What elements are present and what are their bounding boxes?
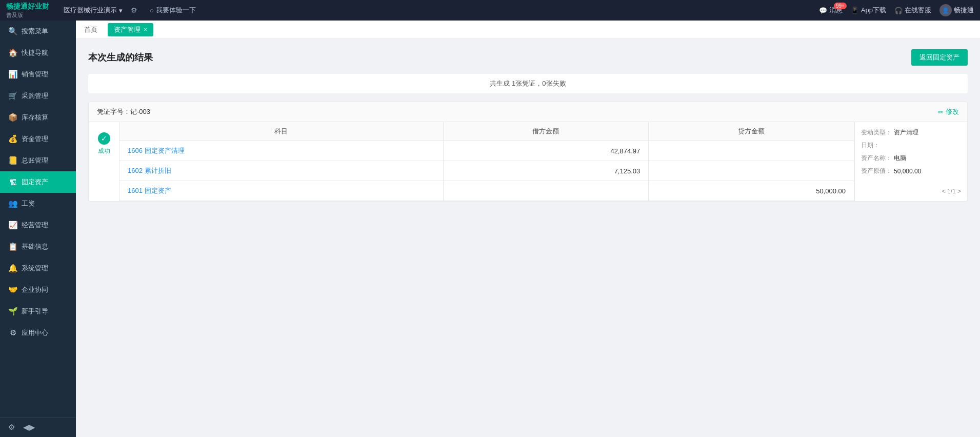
online-service-button[interactable]: 🎧 在线客服 [894, 6, 931, 15]
credit-cell-2 [649, 161, 854, 181]
sidebar: 🔍 搜索菜单 🏠 快捷导航 📊 销售管理 🛒 采购管理 📦 库存核算 💰 资金管… [0, 21, 76, 437]
change-type-row: 变动类型： 资产清理 [861, 128, 961, 137]
sidebar-item-label: 库存核算 [22, 113, 48, 122]
dropdown-icon: ▾ [119, 7, 123, 14]
sidebar-item-fixed-assets[interactable]: 🏗 固定资产 [0, 171, 76, 193]
search-icon: 🔍 [8, 27, 17, 36]
sidebar-item-payroll[interactable]: 👥 工资 [0, 193, 76, 214]
sidebar-item-quick-nav[interactable]: 🏠 快捷导航 [0, 42, 76, 64]
asset-name-row: 资产名称： 电脑 [861, 154, 961, 163]
sidebar-item-label: 系统管理 [22, 264, 48, 273]
sidebar-item-guide[interactable]: 🌱 新手引导 [0, 301, 76, 322]
sidebar-item-finance[interactable]: 💰 资金管理 [0, 128, 76, 150]
book-icon: 📒 [8, 156, 17, 165]
success-circle-icon: ✓ [98, 132, 110, 145]
sidebar-item-app-center[interactable]: ⚙ 应用中心 [0, 322, 76, 344]
table-row: 1606 固定资产清理 42,874.97 [119, 141, 854, 161]
sidebar-item-label: 固定资产 [22, 177, 48, 187]
panel-pagination[interactable]: < 1/1 > [861, 188, 961, 195]
sidebar-item-enterprise[interactable]: 🤝 企业协同 [0, 279, 76, 301]
date-row: 日期： [861, 141, 961, 150]
success-label: 成功 [98, 147, 110, 155]
col-subject: 科目 [119, 122, 443, 141]
sidebar-item-label: 工资 [22, 199, 35, 208]
subject-cell-3: 1601 固定资产 [119, 181, 443, 201]
sprout-icon: 🌱 [8, 307, 17, 316]
sidebar-item-sales[interactable]: 📊 销售管理 [0, 64, 76, 85]
gear-icon: ⚙ [8, 328, 17, 337]
col-debit: 借方金额 [443, 122, 649, 141]
sidebar-item-ledger[interactable]: 📒 总账管理 [0, 150, 76, 171]
page-title: 本次生成的结果 [88, 51, 153, 64]
app-download-button[interactable]: 📱 App下载 [851, 6, 886, 15]
assets-icon: 🏗 [8, 178, 17, 187]
settings-bottom-icon[interactable]: ⚙ [8, 423, 15, 432]
feedback-button[interactable]: ○ 我要体验一下 [150, 6, 196, 15]
company-selector[interactable]: 医疗器械行业演示 ▾ [64, 6, 123, 15]
tab-bar: 首页 资产管理 × [76, 21, 980, 39]
debit-cell-3 [443, 181, 649, 201]
voucher-number: 凭证字号：记-003 [97, 107, 150, 116]
asset-name-label: 资产名称： [861, 154, 892, 163]
tab-home[interactable]: 首页 [84, 25, 104, 34]
sidebar-item-operations[interactable]: 📈 经营管理 [0, 214, 76, 236]
chart-icon: 📊 [8, 70, 17, 79]
people-icon: 👥 [8, 199, 17, 208]
col-credit: 贷方金额 [649, 122, 854, 141]
messages-button[interactable]: 💬 消息 99+ [819, 6, 843, 15]
bell-icon: 🔔 [8, 264, 17, 273]
tab-asset-management[interactable]: 资产管理 × [108, 23, 153, 36]
debit-cell-2: 7,125.03 [443, 161, 649, 181]
edit-icon: ✏ [938, 108, 944, 116]
topbar: 畅捷通好业财 普及版 医疗器械行业演示 ▾ ⚙ ○ 我要体验一下 💬 消息 99… [0, 0, 980, 21]
table-row: 1602 累计折旧 7,125.03 [119, 161, 854, 181]
cart-icon: 🛒 [8, 91, 17, 101]
sidebar-item-label: 快捷导航 [22, 48, 48, 57]
sidebar-item-label: 搜索菜单 [22, 27, 48, 36]
user-profile[interactable]: 👤 畅捷通 [939, 4, 974, 16]
success-indicator: ✓ 成功 [98, 132, 110, 155]
content-area: 首页 资产管理 × 本次生成的结果 返回固定资产 共生成 1张凭证，0张失败 凭… [76, 21, 980, 437]
collapse-icon[interactable]: ◀▶ [23, 423, 35, 432]
original-value-label: 资产原值： [861, 167, 892, 175]
credit-cell-3: 50,000.00 [649, 181, 854, 201]
original-value-row: 资产原值： 50,000.00 [861, 167, 961, 175]
sidebar-item-inventory[interactable]: 📦 库存核算 [0, 107, 76, 128]
page-header: 本次生成的结果 返回固定资产 [88, 49, 968, 66]
edit-button[interactable]: ✏ 修改 [938, 107, 959, 116]
sidebar-item-label: 资金管理 [22, 134, 48, 144]
original-value-value: 50,000.00 [894, 168, 921, 175]
sidebar-item-basic-info[interactable]: 📋 基础信息 [0, 236, 76, 257]
topbar-right: 💬 消息 99+ 📱 App下载 🎧 在线客服 👤 畅捷通 [819, 4, 974, 16]
topbar-left: 畅捷通好业财 普及版 医疗器械行业演示 ▾ ⚙ ○ 我要体验一下 [6, 2, 196, 19]
change-type-value: 资产清理 [894, 128, 918, 137]
message-icon: 💬 [819, 7, 827, 14]
service-icon: 🎧 [894, 7, 903, 14]
app-icon: 📱 [851, 7, 859, 14]
logo: 畅捷通好业财 普及版 [6, 2, 49, 19]
home-icon: 🏠 [8, 48, 17, 57]
table-row: 1601 固定资产 50,000.00 [119, 181, 854, 201]
sidebar-item-system[interactable]: 🔔 系统管理 [0, 257, 76, 279]
avatar: 👤 [939, 4, 952, 16]
summary-text: 共生成 1张凭证，0张失败 [490, 80, 566, 87]
tab-close-button[interactable]: × [144, 26, 147, 33]
list-icon: 📋 [8, 242, 17, 251]
sidebar-item-label: 企业协同 [22, 285, 48, 294]
handshake-icon: 🤝 [8, 285, 17, 294]
credit-cell-1 [649, 141, 854, 161]
change-type-label: 变动类型： [861, 128, 892, 137]
subject-cell-2: 1602 累计折旧 [119, 161, 443, 181]
sidebar-bottom: ⚙ ◀▶ [0, 417, 76, 437]
voucher-body: ✓ 成功 科目 借方金额 贷方金额 [89, 122, 967, 201]
date-label: 日期： [861, 141, 879, 150]
return-button[interactable]: 返回固定资产 [911, 49, 968, 66]
voucher-right-panel: 变动类型： 资产清理 日期： 资产名称： 电脑 资产原值： [854, 122, 967, 201]
settings-icon[interactable]: ⚙ [131, 6, 137, 14]
sidebar-item-label: 经营管理 [22, 221, 48, 230]
sidebar-item-label: 销售管理 [22, 70, 48, 79]
sidebar-item-purchase[interactable]: 🛒 采购管理 [0, 85, 76, 107]
asset-name-value: 电脑 [894, 154, 906, 163]
sidebar-item-search[interactable]: 🔍 搜索菜单 [0, 21, 76, 42]
voucher-card: 凭证字号：记-003 ✏ 修改 ✓ 成功 [88, 102, 968, 202]
